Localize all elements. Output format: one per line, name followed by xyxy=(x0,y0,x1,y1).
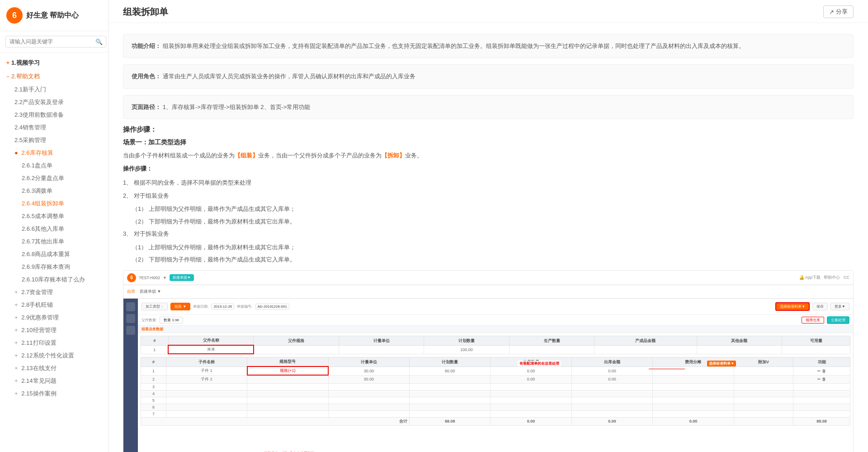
page-header: 组装拆卸单 ↗ 分享 xyxy=(108,0,868,23)
logo-icon: 6 xyxy=(6,7,23,24)
page-title: 组装拆卸单 xyxy=(123,6,168,18)
sidebar-item-pay[interactable]: + 2.13在线支付 xyxy=(0,362,108,375)
role-block: 使用角色： 通常由生产人员或库管人员完成拆装业务的操作，库管人员确认原材料的出库… xyxy=(123,64,854,88)
mock-child-table: # 子件名称 规格型号 计量单位 计划数量 出库数量 出库金额 费用分摊 xyxy=(141,357,850,426)
func-intro-block: 功能介绍： 组装拆卸单用来处理企业组装或拆卸等加工业务，支持有固定装配清单的产品… xyxy=(123,34,854,58)
mock-nav-dot-1 xyxy=(126,302,135,311)
step-3: 3、 对于拆装业务 xyxy=(123,228,854,239)
mock-table-area: # 父件名称 父件规格 计量单位 计划数量 生产数量 产成品金额 其他金额 xyxy=(138,333,853,452)
mock-nav-dot-3 xyxy=(126,326,135,335)
mock-ui: 6 TEST-H002 ▼ 新建单据▼ 🔔 App下载 帮助中心 CC 自营 新… xyxy=(123,271,853,452)
scene-para: 当由多个子件材料组装成一个成品的业务为【组装】业务，当由一个父件拆分成多个子产品… xyxy=(123,150,854,161)
step-2: 2、 对于组装业务 xyxy=(123,190,854,201)
sidebar-item-faq[interactable]: + 2.14常见问题 xyxy=(0,375,108,387)
sub-step-1-2: （2） 下部明细为子件明细，最终作为原材料生成其它出库单。 xyxy=(132,216,854,227)
collapse-icon: − xyxy=(6,73,9,80)
sidebar-item-cash[interactable]: + 2.7资金管理 xyxy=(0,286,108,299)
mock-assembly-btn: 组装 ▼ xyxy=(170,303,190,310)
mock-col-no: # xyxy=(141,336,169,346)
article-body: 功能介绍： 组装拆卸单用来处理企业组装或拆卸等加工业务，支持有固定装配清单的产品… xyxy=(108,23,868,452)
sidebar-item-stock[interactable]: ● 2.6库存核算 xyxy=(0,147,108,159)
mock-logo: 6 xyxy=(127,273,136,282)
mock-sidebar-mini xyxy=(123,299,138,452)
sub-step-2-1: （1） 上部明细为父件明细，最终作为原材料生成其它出库单； xyxy=(132,242,854,252)
mock-table-header-row: # 父件名称 父件规格 计量单位 计划数量 生产数量 产成品金额 其他金额 xyxy=(141,336,850,346)
logo-area: 6 好生意 帮助中心 xyxy=(0,0,108,31)
sidebar-item-biz[interactable]: + 2.10经营管理 xyxy=(0,324,108,337)
role-label: 使用角色： xyxy=(132,73,161,80)
sidebar-item-mobile[interactable]: + 2.8手机旺铺 xyxy=(0,299,108,311)
mock-select-product-btn: 选择标准料单▼ xyxy=(775,302,810,311)
sidebar-item-install[interactable]: 2.2产品安装及登录 xyxy=(0,96,108,109)
func-intro-text: 组装拆卸单用来处理企业组装或拆卸等加工业务，支持有固定装配清单的产品加工业务，也… xyxy=(163,43,745,49)
sidebar-item-new[interactable]: 2.1新手入门 xyxy=(0,83,108,96)
mock-child-row-6: 6 xyxy=(141,404,850,410)
sidebar-item-coupon[interactable]: + 2.9优惠券管理 xyxy=(0,311,108,324)
mock-enable-field: 领用仓库 xyxy=(802,317,824,324)
share-button[interactable]: ↗ 分享 xyxy=(823,5,854,18)
steps-list: 1、 根据不同的业务，选择不同单据的类型来处理 2、 对于组装业务 （1） 上部… xyxy=(123,177,854,265)
mock-child-row-5: 5 xyxy=(141,397,850,404)
mock-col-spec: 父件规格 xyxy=(254,336,339,346)
sidebar-item-cost-adjust[interactable]: 2.6.5成本调整单 xyxy=(0,210,108,223)
mock-col-other: 其他金额 xyxy=(697,336,782,346)
mock-col-name: 父件名称 xyxy=(168,336,254,346)
sidebar-item-stock-check[interactable]: 2.6.9库存账本查询 xyxy=(0,261,108,273)
mock-confirm-btn: 立案处理 xyxy=(827,316,849,324)
sidebar-item-purchase[interactable]: 2.5采购管理 xyxy=(0,134,108,147)
ops-heading: 操作步骤： xyxy=(123,125,854,134)
main-content: 组装拆卸单 ↗ 分享 功能介绍： 组装拆卸单用来处理企业组装或拆卸等加工业务，支… xyxy=(108,0,868,452)
screenshot-area: 6 TEST-H002 ▼ 新建单据▼ 🔔 App下载 帮助中心 CC 自营 新… xyxy=(123,270,854,452)
mock-parent-table: # 父件名称 父件规格 计量单位 计划数量 生产数量 产成品金额 其他金额 xyxy=(141,336,850,354)
sidebar-item-adjust[interactable]: 2.6.3调拨单 xyxy=(0,185,108,197)
mock-col-unit: 计量单位 xyxy=(339,336,424,346)
mock-child-row-4: 4 xyxy=(141,390,850,397)
sidebar-item-print[interactable]: + 2.11打印设置 xyxy=(0,337,108,349)
step-1: 1、 根据不同的业务，选择不同单据的类型来处理 xyxy=(123,177,854,188)
mock-child-row-2: 2 子件 2 30.00 0.00 0.00 xyxy=(141,375,850,383)
expand-icon: + xyxy=(6,60,9,66)
path-block: 页面路径： 1、库存核算->库存管理->组装拆卸单 2、首页->常用功能 xyxy=(123,95,854,119)
sidebar-item-part-count[interactable]: 2.6.2分量盘点单 xyxy=(0,172,108,185)
sidebar-item-help[interactable]: − 2.帮助文档 xyxy=(0,70,108,83)
sidebar-item-data[interactable]: 2.3使用前数据准备 xyxy=(0,109,108,121)
sidebar-item-stock-err[interactable]: 2.6.10库存账本错了么办 xyxy=(0,273,108,286)
sidebar-item-sales[interactable]: 2.4销售管理 xyxy=(0,121,108,134)
sidebar-item-goods-cost[interactable]: 2.6.8商品成本重算 xyxy=(0,248,108,261)
mock-col-avail: 可用量 xyxy=(782,336,850,346)
sidebar-item-case[interactable]: + 2.15操作案例 xyxy=(0,387,108,400)
func-intro-label: 功能介绍： xyxy=(132,43,161,49)
mock-child-footer: 合计 88.08 0.00 0.00 0.00 88.08 xyxy=(141,417,850,425)
mock-child-row-3: 3 xyxy=(141,383,850,390)
sidebar-item-custom[interactable]: + 2.12系统个性化设置 xyxy=(0,349,108,362)
sub-step-2-2: （2） 下部明细为子件明细，最终作为产成品生成其它入库单。 xyxy=(132,254,854,265)
sub-steps-group2: （1） 上部明细为父件明细，最终作为原材料生成其它出库单； （2） 下部明细为子… xyxy=(132,242,854,265)
share-icon: ↗ xyxy=(829,9,834,15)
mock-col-plan: 计划数量 xyxy=(424,336,509,346)
mock-billno: AD-20191226-001 xyxy=(255,304,289,309)
sidebar-item-count[interactable]: 2.6.1盘点单 xyxy=(0,159,108,172)
search-box: 🔍 xyxy=(0,31,108,52)
search-input[interactable] xyxy=(5,36,106,48)
sub-step-1-1: （1） 上部明细为父件明细，最终作为产成品生成其它入库单； xyxy=(132,204,854,214)
sidebar-item-other-out[interactable]: 2.6.7其他出库单 xyxy=(0,235,108,248)
mock-col-amount: 产成品金额 xyxy=(594,336,697,346)
sidebar: 6 好生意 帮助中心 🔍 + 1.视频学习 − 2.帮助文档 2.1新手入门 2… xyxy=(0,0,108,452)
mock-topbar: 6 TEST-H002 ▼ 新建单据▼ 🔔 App下载 帮助中心 CC xyxy=(123,271,853,285)
mock-table-row: 1 米米 100.00 xyxy=(141,345,850,354)
sidebar-item-video[interactable]: + 1.视频学习 xyxy=(0,56,108,70)
sidebar-item-other-in[interactable]: 2.6.6其他入库单 xyxy=(0,223,108,235)
mock-content-area: 加工类型： 组装 ▼ 单据日期: 2019-12-26 单据编号: AD-201… xyxy=(123,299,853,452)
mock-tab-bar: 组装业务数据 xyxy=(138,326,853,333)
mock-doc-toolbar: 加工类型： 组装 ▼ 单据日期: 2019-12-26 单据编号: AD-201… xyxy=(138,299,853,315)
mock-new-order-btn: 新建单据▼ xyxy=(170,274,194,281)
mock-type-btn: 加工类型： xyxy=(142,303,168,310)
open-circle-icon: ● xyxy=(14,149,18,156)
sidebar-item-assembly[interactable]: 2.6.4组装拆卸单 xyxy=(0,197,108,210)
screenshot-inner: 6 TEST-H002 ▼ 新建单据▼ 🔔 App下载 帮助中心 CC 自营 新… xyxy=(123,271,853,452)
logo-text: 好生意 帮助中心 xyxy=(26,11,79,20)
mock-child-row-7: 7 xyxy=(141,410,850,417)
mock-col-prod: 生产数量 xyxy=(509,336,594,346)
mock-more-btn: 更多▼ xyxy=(830,303,849,310)
mock-sub-toolbar: 父件数量: 数量 3.96 领用仓库 立案处理 xyxy=(138,315,853,326)
